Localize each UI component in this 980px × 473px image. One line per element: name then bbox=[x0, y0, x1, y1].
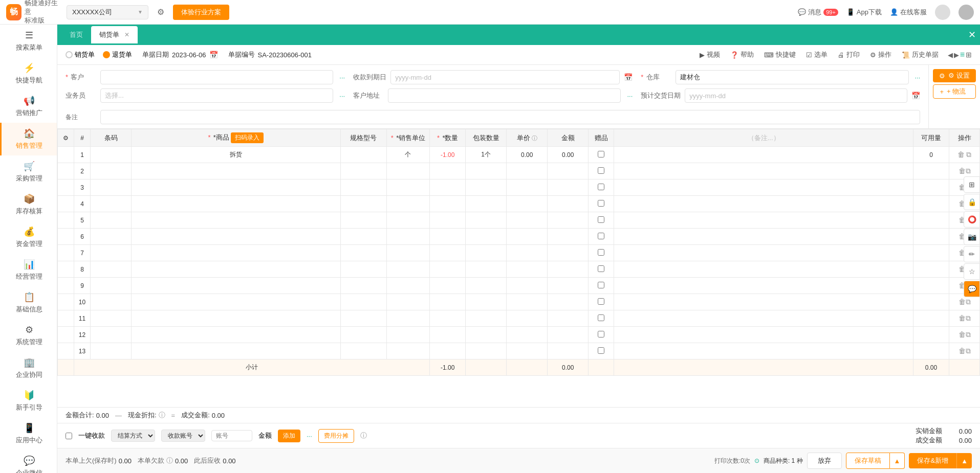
delete-row-button[interactable]: 🗑 bbox=[959, 314, 966, 322]
sidebar-item-basic[interactable]: 📋 基础信息 bbox=[0, 286, 57, 319]
right-panel-btn-4[interactable]: 📷 bbox=[964, 229, 980, 245]
save-draft-button[interactable]: 保存草稿 bbox=[846, 453, 890, 469]
nav-prev-icon[interactable]: ◀ bbox=[948, 51, 953, 59]
payment-date-calendar-icon[interactable]: 📅 bbox=[624, 73, 633, 81]
row-unit-cell[interactable]: 个 bbox=[386, 147, 429, 163]
company-selector[interactable]: XXXXXX公司 ▼ bbox=[67, 5, 148, 19]
delivery-date-calendar-icon[interactable]: 📅 bbox=[911, 92, 920, 100]
row-gift-cell[interactable] bbox=[589, 147, 614, 163]
warehouse-more-icon[interactable]: ··· bbox=[915, 74, 921, 81]
copy-row-button[interactable]: ⧉ bbox=[966, 330, 971, 339]
help-btn[interactable]: ❓ 帮助 bbox=[727, 49, 757, 60]
customer-address-more-icon[interactable]: ··· bbox=[627, 92, 633, 100]
operation-btn[interactable]: ⚙ 操作 bbox=[867, 49, 895, 60]
video-btn[interactable]: ▶ 视频 bbox=[696, 49, 723, 60]
view-toggle-grid-icon[interactable]: ⊞ bbox=[966, 51, 972, 59]
copy-row-button[interactable]: ⧉ bbox=[966, 167, 971, 175]
shortcut-btn[interactable]: ⌨ 快捷键 bbox=[761, 49, 799, 60]
calc-method-select[interactable]: 结算方式 bbox=[111, 430, 155, 442]
fee-split-button[interactable]: 费用分摊 bbox=[318, 429, 354, 443]
add-payment-button[interactable]: 添加 bbox=[278, 430, 300, 442]
warehouse-input[interactable]: 建材仓 bbox=[676, 70, 908, 84]
tab-bar-close-icon[interactable]: ✕ bbox=[968, 29, 976, 40]
right-panel-btn-2[interactable]: 🔒 bbox=[964, 194, 980, 210]
row-qty-cell[interactable]: -1.00 bbox=[430, 147, 466, 163]
cash-discount-info-icon[interactable]: ⓘ bbox=[159, 411, 165, 420]
sidebar-item-sales[interactable]: 🏠 销售管理 bbox=[0, 123, 57, 155]
print-btn[interactable]: 🖨 打印 bbox=[835, 49, 863, 60]
history-btn[interactable]: 📜 历史单据 bbox=[899, 49, 942, 60]
fee-split-info-icon[interactable]: ⓘ bbox=[360, 431, 367, 440]
delete-row-button[interactable]: 🗑 bbox=[959, 330, 966, 339]
sidebar-item-purchase[interactable]: 🛒 采购管理 bbox=[0, 155, 57, 188]
calendar-icon[interactable]: 📅 bbox=[209, 51, 218, 59]
dots-more-icon[interactable]: ··· bbox=[307, 432, 312, 440]
copy-row-button[interactable]: ⧉ bbox=[966, 314, 971, 323]
sidebar-item-marketing[interactable]: 📢 营销推广 bbox=[0, 90, 57, 123]
view-toggle-list-icon[interactable]: ≡ bbox=[960, 50, 965, 59]
row-pkg-cell[interactable]: 1个 bbox=[466, 147, 507, 163]
row-product-cell[interactable]: 拆货 bbox=[132, 147, 341, 163]
scan-button[interactable]: 扫码录入 bbox=[231, 132, 264, 143]
trial-button[interactable]: 体验行业方案 bbox=[173, 5, 229, 20]
account-number-input[interactable] bbox=[211, 430, 252, 441]
row-price-cell[interactable]: 0.00 bbox=[507, 147, 548, 163]
copy-row-button[interactable]: ⧉ bbox=[966, 150, 971, 159]
sidebar-item-search[interactable]: ☰ 搜索菜单 bbox=[0, 25, 57, 57]
sidebar-item-quick-nav[interactable]: ⚡ 快捷导航 bbox=[0, 57, 57, 90]
customer-input[interactable] bbox=[100, 70, 333, 84]
delete-row-button[interactable]: 🗑 bbox=[959, 167, 966, 175]
nav-next-icon[interactable]: ▶ bbox=[954, 51, 959, 59]
logistics-button[interactable]: + + 物流 bbox=[933, 84, 976, 99]
delivery-date-input[interactable]: yyyy-mm-dd bbox=[685, 88, 907, 103]
app-download-button[interactable]: 📱 App下载 bbox=[846, 8, 882, 17]
save-draft-chevron-button[interactable]: ▲ bbox=[890, 453, 905, 469]
save-new-chevron-button[interactable]: ▲ bbox=[956, 453, 972, 468]
row-spec-cell[interactable] bbox=[340, 147, 386, 163]
right-panel-btn-5[interactable]: ✏ bbox=[964, 246, 980, 262]
avatar[interactable] bbox=[935, 5, 950, 20]
debit-info-icon[interactable]: ⓘ bbox=[166, 456, 173, 465]
sidebar-item-app-center[interactable]: 📱 应用中心 bbox=[0, 417, 57, 450]
copy-row-button[interactable]: ⧉ bbox=[966, 298, 971, 306]
delete-row-button[interactable]: 🗑 bbox=[959, 298, 966, 306]
right-panel-btn-orange[interactable]: 💬 bbox=[964, 281, 980, 297]
sidebar-item-enterprise[interactable]: 🏢 企业协同 bbox=[0, 352, 57, 385]
salesperson-input[interactable]: 选择... bbox=[100, 88, 333, 103]
right-panel-btn-3[interactable]: ⭕ bbox=[964, 211, 980, 228]
setup-button[interactable]: ⚙ ⚙ 设置 bbox=[933, 69, 976, 82]
copy-row-button[interactable]: ⧉ bbox=[966, 347, 971, 355]
customer-address-input[interactable] bbox=[388, 88, 621, 103]
delete-row-button[interactable]: 🗑 bbox=[957, 150, 965, 159]
online-service-button[interactable]: 👤 在线客服 bbox=[890, 8, 927, 17]
gift-checkbox[interactable] bbox=[598, 151, 604, 157]
tab-sales-order[interactable]: 销货单 ✕ bbox=[91, 26, 138, 43]
remarks-input[interactable] bbox=[100, 110, 920, 124]
col-settings[interactable]: ⚙ bbox=[58, 129, 74, 147]
message-button[interactable]: 💬 消息 99+ bbox=[798, 8, 838, 17]
print-setting-icon[interactable]: ⊙ bbox=[754, 457, 759, 464]
sidebar-item-enterprise-wx[interactable]: 💬 企业微信 bbox=[0, 450, 57, 473]
sidebar-item-guide[interactable]: 🔰 新手引导 bbox=[0, 385, 57, 417]
right-panel-btn-1[interactable]: ⊞ bbox=[964, 176, 980, 193]
sidebar-item-capital[interactable]: 💰 资金管理 bbox=[0, 221, 57, 254]
customer-more-icon[interactable]: ··· bbox=[339, 74, 345, 81]
discard-button[interactable]: 放弃 bbox=[807, 453, 842, 469]
right-panel-btn-6[interactable]: ☆ bbox=[964, 263, 980, 280]
payment-date-input[interactable]: yyyy-mm-dd bbox=[390, 70, 620, 84]
sidebar-item-system[interactable]: ⚙ 系统管理 bbox=[0, 319, 57, 352]
sales-order-radio[interactable]: 销货单 bbox=[66, 50, 95, 59]
select-order-btn[interactable]: ☑ 选单 bbox=[803, 49, 831, 60]
row-amount-cell[interactable]: 0.00 bbox=[548, 147, 589, 163]
account-select[interactable]: 收款账号 bbox=[161, 430, 205, 442]
one-click-payment-checkbox[interactable] bbox=[66, 433, 72, 439]
tab-close-icon[interactable]: ✕ bbox=[124, 31, 129, 38]
salesperson-more-icon[interactable]: ··· bbox=[339, 92, 345, 100]
row-barcode-cell[interactable] bbox=[91, 147, 132, 163]
sidebar-item-inventory[interactable]: 📦 库存核算 bbox=[0, 188, 57, 221]
save-new-button[interactable]: 保存&新增 bbox=[909, 453, 956, 468]
delete-row-button[interactable]: 🗑 bbox=[959, 347, 966, 355]
row-notes-cell[interactable] bbox=[614, 147, 913, 163]
sidebar-item-business[interactable]: 📊 经营管理 bbox=[0, 254, 57, 286]
tab-home[interactable]: 首页 bbox=[61, 26, 91, 43]
